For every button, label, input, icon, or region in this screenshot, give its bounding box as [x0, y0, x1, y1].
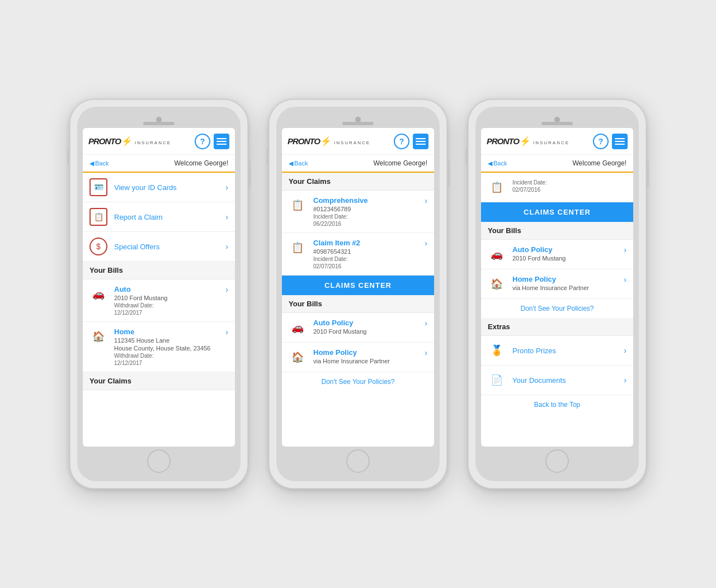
your-documents-label: Your Documents: [512, 376, 624, 385]
auto-bill-chevron-1: ›: [225, 285, 228, 294]
logo-3: PRONTO ⚡ INSURANCE: [487, 136, 593, 146]
auto-bill-sub-2: 2010 Ford Mustang: [313, 328, 425, 335]
back-text-3: Back: [493, 160, 507, 167]
extras-header-3: Extras: [481, 318, 633, 336]
bills-header-3: Your Bills: [481, 222, 633, 240]
dont-see-policies-2[interactable]: Don't See Your Policies?: [282, 372, 434, 391]
menu-button-3[interactable]: [612, 134, 628, 149]
pronto-text-2: PRONTO: [288, 136, 320, 146]
report-claim-item[interactable]: 📋 Report a Claim ›: [83, 202, 235, 232]
home-bill-title-3: Home Policy: [512, 275, 624, 283]
speaker-2: [342, 122, 374, 125]
auto-bill-chevron-2: ›: [425, 319, 427, 328]
home-bill-chevron-2: ›: [425, 348, 427, 357]
auto-bill-item-3[interactable]: 🚗 Auto Policy 2010 Ford Mustang ›: [481, 240, 633, 269]
top-claim-snippet: 📋 Incident Date: 02/07/2016: [481, 173, 633, 202]
home-button-3[interactable]: [545, 449, 569, 473]
auto-bill-chevron-3: ›: [624, 245, 626, 254]
help-button-2[interactable]: ?: [394, 134, 409, 149]
claims-banner-2: CLAIMS CENTER: [282, 276, 434, 295]
back-text-1: Back: [95, 160, 109, 167]
claim-date-label-2: Incident Date:: [313, 256, 425, 262]
bottom-bar-3: [481, 447, 633, 476]
phone-2: PRONTO ⚡ INSURANCE ? ◀: [268, 99, 447, 489]
app-header-3: PRONTO ⚡ INSURANCE ?: [481, 128, 633, 155]
report-claim-chevron: ›: [225, 212, 228, 221]
dont-see-policies-3[interactable]: Don't See Your Policies?: [481, 299, 633, 318]
car-icon-3: 🚗: [488, 245, 506, 263]
claim-num-1: #0123456789: [313, 206, 425, 212]
auto-bill-sub-1: 2010 Ford Mustang: [114, 295, 225, 301]
menu-button-1[interactable]: [214, 134, 229, 149]
auto-bill-title-3: Auto Policy: [512, 245, 624, 254]
auto-bill-item-1[interactable]: 🚗 Auto 2010 Ford Mustang Withdrawl Date:…: [83, 279, 235, 322]
your-documents-item[interactable]: 📄 Your Documents ›: [481, 366, 633, 395]
claims-header-2: Your Claims: [282, 173, 434, 191]
claim-chevron-2: ›: [425, 239, 427, 248]
bills-header-2: Your Bills: [282, 295, 434, 313]
back-link-2[interactable]: ◀ Back: [289, 160, 308, 167]
home-bill-item-2[interactable]: 🏠 Home Policy via Home Insurance Partner…: [282, 343, 434, 372]
report-claim-icon: 📋: [90, 208, 107, 226]
claim-item-2[interactable]: 📋 Claim Item #2 #0987654321 Incident Dat…: [282, 233, 434, 276]
screen-3: PRONTO ⚡ INSURANCE ? ◀: [481, 128, 633, 447]
help-button-3[interactable]: ?: [593, 134, 609, 149]
claim-date-1: 06/22/2016: [313, 221, 425, 227]
claim-info-2: Claim Item #2 #0987654321 Incident Date:…: [313, 239, 425, 269]
view-id-cards-item[interactable]: 🪪 View your ID Cards ›: [83, 173, 235, 202]
menu-line-8: [615, 141, 625, 142]
car-icon-1: 🚗: [90, 285, 107, 303]
top-claim-date: 02/07/2016: [512, 187, 626, 193]
home-button-2[interactable]: [346, 449, 370, 473]
auto-bill-item-2[interactable]: 🚗 Auto Policy 2010 Ford Mustang ›: [282, 313, 434, 343]
speaker-3: [541, 122, 573, 125]
claim-item-1[interactable]: 📋 Comprehensive #0123456789 Incident Dat…: [282, 191, 434, 233]
id-cards-label: View your ID Cards: [114, 183, 225, 192]
back-link-1[interactable]: ◀ Back: [90, 160, 109, 167]
bottom-bar-1: [83, 447, 235, 476]
special-offers-icon: $: [90, 238, 107, 255]
home-bill-info-3: Home Policy via Home Insurance Partner: [512, 275, 624, 291]
back-arrow-2: ◀: [289, 160, 293, 167]
home-bill-sub-1: 112345 House Lane: [114, 337, 225, 344]
id-card-icon: 🪪: [90, 178, 107, 196]
menu-button-2[interactable]: [413, 134, 428, 149]
auto-bill-info-2: Auto Policy 2010 Ford Mustang: [313, 319, 425, 335]
special-offers-chevron: ›: [225, 242, 228, 251]
home-button-1[interactable]: [147, 449, 171, 473]
back-to-top-3[interactable]: Back to the Top: [481, 395, 633, 414]
claim-info-1: Comprehensive #0123456789 Incident Date:…: [313, 196, 425, 227]
home-bill-item-1[interactable]: 🏠 Home 112345 House Lane House County, H…: [83, 322, 235, 372]
top-claim-icon: 📋: [488, 178, 506, 196]
welcome-text-1: Welcome George!: [109, 159, 228, 167]
help-button-1[interactable]: ?: [195, 134, 210, 149]
claim-icon-1: 📋: [289, 196, 307, 214]
claims-header-1: Your Claims: [83, 372, 235, 390]
bottom-bar-2: [282, 447, 434, 476]
phone-3: PRONTO ⚡ INSURANCE ? ◀: [468, 99, 647, 489]
pronto-prizes-item[interactable]: 🏅 Pronto Prizes ›: [481, 336, 633, 366]
lightning-icon-1: ⚡: [121, 136, 133, 146]
home-bill-date-label-1: Withdrawl Date:: [114, 353, 225, 359]
auto-bill-info-3: Auto Policy 2010 Ford Mustang: [512, 245, 624, 262]
home-bill-title-1: Home: [114, 328, 225, 336]
top-claim-info: Incident Date: 02/07/2016: [512, 178, 626, 193]
claim-num-2: #0987654321: [313, 248, 425, 255]
special-offers-item[interactable]: $ Special Offers ›: [83, 232, 235, 262]
auto-bill-date-label-1: Withdrawl Date:: [114, 302, 225, 309]
menu-line-2: [216, 141, 227, 142]
phone-top-bar-2: [282, 112, 434, 128]
home-bill-info-1: Home 112345 House Lane House County, Hou…: [114, 328, 225, 366]
claim-icon-2: 📋: [289, 239, 307, 257]
auto-bill-title-2: Auto Policy: [313, 319, 425, 327]
auto-bill-title-1: Auto: [114, 285, 225, 293]
top-claim-date-label: Incident Date:: [512, 179, 626, 186]
claim-date-label-1: Incident Date:: [313, 214, 425, 220]
home-bill-item-3[interactable]: 🏠 Home Policy via Home Insurance Partner…: [481, 269, 633, 299]
insurance-text-2: INSURANCE: [334, 140, 370, 145]
home-bill-info-2: Home Policy via Home Insurance Partner: [313, 348, 425, 364]
menu-line-3: [216, 144, 227, 145]
back-link-3[interactable]: ◀ Back: [488, 160, 507, 167]
pronto-text-3: PRONTO: [487, 136, 519, 146]
home-bill-title-2: Home Policy: [313, 348, 425, 357]
